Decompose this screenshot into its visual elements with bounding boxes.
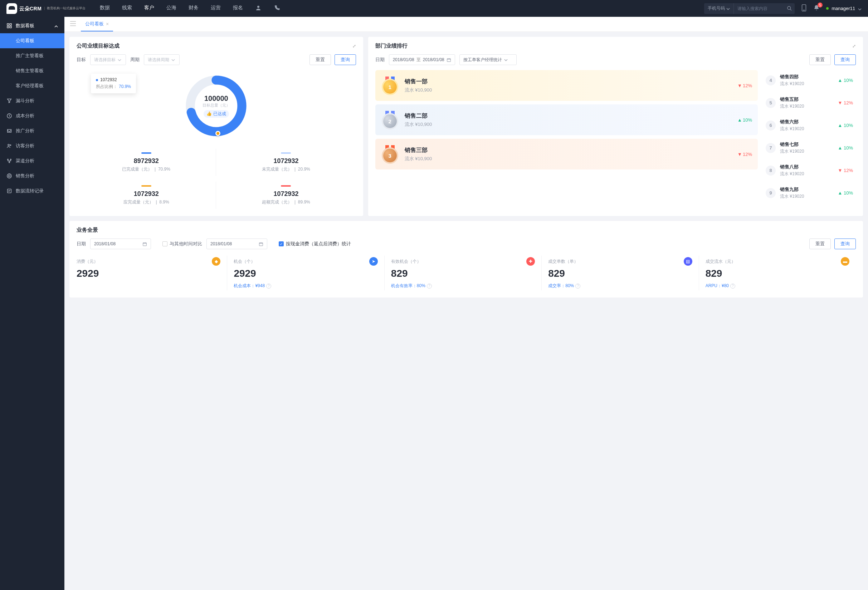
filter-date-label: 日期 <box>375 56 385 63</box>
rank-row-name: 销售五部 <box>780 96 834 103</box>
rank-item-3[interactable]: 3 销售三部流水 ¥10,900 ▼ 12% <box>375 139 758 169</box>
cash-checkbox[interactable]: ✓ 按现金消费（返点后消费）统计 <box>279 241 351 247</box>
svg-point-13 <box>10 159 12 160</box>
close-icon[interactable]: × <box>106 21 109 27</box>
nav-customers[interactable]: 客户 <box>144 4 154 12</box>
sidebar-item-flow[interactable]: 数据流转记录 <box>0 184 64 199</box>
search-input[interactable] <box>734 6 784 11</box>
chevron-up-icon <box>55 24 58 28</box>
panorama-row: 消费（元）◆2929-机会（个）➤2929机会成本：¥948 ?有效机会（个）✚… <box>77 256 856 290</box>
hamburger-icon[interactable] <box>68 19 78 29</box>
rank-groupby-select[interactable]: 按工单客户经理统计 <box>459 54 517 65</box>
stat-grid: 8972932 已完成量（元） | 70.9% 1072932 未完成量（元） … <box>77 149 356 209</box>
svg-point-16 <box>8 175 10 177</box>
medal-gold-icon: 1 <box>381 77 399 94</box>
expand-icon[interactable]: ⤢ <box>852 44 856 49</box>
rank-item-2[interactable]: 2 销售二部流水 ¥10,900 ▲ 10% <box>375 104 758 135</box>
rank-item-1[interactable]: 1 销售一部流水 ¥10,900 ▼ 12% <box>375 70 758 101</box>
rank-row[interactable]: 5销售五部流水 ¥19020▼ 12% <box>763 93 856 113</box>
help-icon[interactable]: ? <box>427 284 432 288</box>
sidebar-item-visitor[interactable]: 访客分析 <box>0 138 64 153</box>
nav-leads[interactable]: 线索 <box>122 4 132 12</box>
topbar: 云朵CRM 教育机构一站式服务云平台 数据 线索 客户 公海 财务 运营 报名 … <box>0 0 868 17</box>
rank-row-sub: 流水 ¥19020 <box>780 171 834 177</box>
mobile-icon[interactable] <box>801 4 807 13</box>
chevron-down-icon <box>171 58 175 62</box>
tab-company-board[interactable]: 公司看板 × <box>81 17 113 31</box>
sidebar-item-cost[interactable]: 成本分析 <box>0 108 64 124</box>
help-icon[interactable]: ? <box>730 284 735 288</box>
pan-icon: ◆ <box>212 257 220 266</box>
rank-row-sub: 流水 ¥19020 <box>780 149 834 154</box>
nav-ops[interactable]: 运营 <box>211 4 221 12</box>
nav-data[interactable]: 数据 <box>100 4 110 12</box>
date-range-input[interactable]: 2018/01/08 至 2018/01/08 <box>389 54 455 65</box>
nav-user-icon[interactable] <box>255 4 261 12</box>
card-title: 业务全景 <box>77 227 98 234</box>
query-button[interactable]: 查询 <box>335 54 356 65</box>
sidebar-item-funnel[interactable]: 漏斗分析 <box>0 93 64 108</box>
calendar-icon <box>142 242 147 246</box>
card-target: 公司业绩目标达成 ⤢ 目标 请选择目标 周期 请选择周期 <box>69 37 363 216</box>
help-icon[interactable]: ? <box>575 284 580 288</box>
sidebar-item-promo[interactable]: 推广分析 <box>0 124 64 138</box>
sidebar-item-sales[interactable]: 销售分析 <box>0 168 64 184</box>
rank-row-sub: 流水 ¥19020 <box>780 81 834 87</box>
expand-icon[interactable]: ⤢ <box>353 44 356 49</box>
nav-phone-icon[interactable] <box>274 4 280 12</box>
filter-period-select[interactable]: 请选择周期 <box>144 54 180 65</box>
panorama-cell: 有效机会（个）✚829机会有效率：80% ? <box>391 256 542 290</box>
compare-checkbox[interactable]: 与其他时间对比 <box>162 241 202 247</box>
nav-enroll[interactable]: 报名 <box>233 4 243 12</box>
query-button[interactable]: 查询 <box>834 238 856 249</box>
filter-target-select[interactable]: 请选择目标 <box>90 54 126 65</box>
sidebar-sub-company[interactable]: 公司看板 <box>0 33 64 48</box>
rank-row[interactable]: 9销售九部流水 ¥19020▲ 10% <box>763 183 856 203</box>
reset-button[interactable]: 重置 <box>809 238 831 249</box>
reset-button[interactable]: 重置 <box>310 54 331 65</box>
sidebar-item-channel[interactable]: 渠道分析 <box>0 153 64 168</box>
query-button[interactable]: 查询 <box>834 54 856 65</box>
stat-undone: 1072932 未完成量（元） | 20.9% <box>216 149 356 176</box>
svg-rect-20 <box>447 58 450 62</box>
search-type-select[interactable]: 手机号码 <box>704 3 734 14</box>
sidebar-sub-sales[interactable]: 销售主管看板 <box>0 63 64 78</box>
rank-row[interactable]: 7销售七部流水 ¥19020▲ 10% <box>763 138 856 158</box>
card-ranking: 部门业绩排行 ⤢ 日期 2018/01/08 至 2018/01/08 按工单客… <box>368 37 863 216</box>
svg-point-10 <box>8 144 9 146</box>
reset-button[interactable]: 重置 <box>809 54 831 65</box>
date-input-2[interactable]: 2018/01/08 <box>207 238 267 249</box>
pan-icon: ▤ <box>684 257 692 266</box>
sidebar-group-label: 数据看板 <box>16 22 34 29</box>
donut-center-label: 目标总量（元） <box>202 103 230 108</box>
pan-value: 829 <box>548 268 692 279</box>
sidebar-sub-promo[interactable]: 推广主管看板 <box>0 48 64 63</box>
sidebar-group-dashboard[interactable]: 数据看板 <box>0 18 64 33</box>
user-menu[interactable]: manager11 <box>826 6 862 11</box>
rank-row[interactable]: 4销售四部流水 ¥19020▲ 10% <box>763 70 856 90</box>
chevron-down-icon <box>726 7 730 10</box>
status-dot-icon <box>826 7 829 10</box>
pan-foot: 机会有效率：80% ? <box>391 283 535 289</box>
rank-row[interactable]: 8销售八部流水 ¥19020▼ 12% <box>763 160 856 181</box>
nav-pool[interactable]: 公海 <box>166 4 176 12</box>
pan-foot: ARPU：¥80 ? <box>706 283 849 289</box>
rank-row[interactable]: 6销售六部流水 ¥19020▲ 10% <box>763 115 856 135</box>
rank-number: 7 <box>766 143 776 153</box>
bell-icon[interactable]: 5 <box>813 4 820 12</box>
trend-icon: ▲ 10% <box>838 145 853 150</box>
stat-bar-icon <box>141 185 151 187</box>
trend-icon: ▲ 10% <box>838 123 853 128</box>
search-button[interactable] <box>784 6 795 11</box>
logo[interactable]: 云朵CRM 教育机构一站式服务云平台 <box>6 3 86 14</box>
date-input-1[interactable]: 2018/01/08 <box>90 238 151 249</box>
svg-rect-7 <box>10 26 12 28</box>
stat-bar-icon <box>141 152 151 154</box>
sidebar-sub-manager[interactable]: 客户经理看板 <box>0 78 64 93</box>
nav-finance[interactable]: 财务 <box>189 4 199 12</box>
pan-value: 2929 <box>234 268 378 279</box>
svg-rect-6 <box>7 26 9 28</box>
trend-down-icon: ▼ 12% <box>737 83 752 88</box>
chevron-down-icon <box>858 7 862 10</box>
help-icon[interactable]: ? <box>266 284 271 288</box>
